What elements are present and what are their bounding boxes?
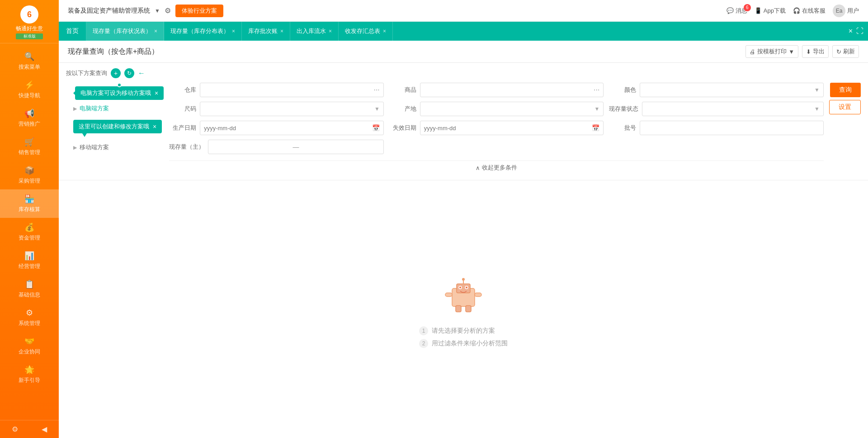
sidebar-item-basic[interactable]: 📋 基础信息 bbox=[0, 275, 59, 303]
filter-back-btn[interactable]: ← bbox=[138, 69, 145, 77]
empty-hint-2-text: 用过滤条件来缩小分析范围 bbox=[432, 339, 508, 348]
message-badge: 6 bbox=[744, 4, 751, 11]
set-button[interactable]: 设置 bbox=[829, 100, 861, 114]
pc-scheme-item[interactable]: ▶ 电脑端方案 bbox=[73, 104, 164, 113]
collapse-up-icon: ∧ bbox=[476, 165, 480, 171]
tab-inventory-dist[interactable]: 现存量（库存分布表） × bbox=[164, 22, 242, 41]
empty-icon bbox=[441, 270, 486, 316]
filter-add-btn[interactable]: + bbox=[111, 68, 121, 78]
system-icon: ⚙ bbox=[26, 308, 33, 318]
export-label: 导出 bbox=[813, 47, 825, 56]
color-label: 颜色 bbox=[609, 86, 636, 94]
filter-label: 按以下方案查询 bbox=[66, 69, 107, 77]
tab-recv-summary[interactable]: 收发存汇总表 × bbox=[339, 22, 393, 41]
export-btn[interactable]: ⬇ 导出 bbox=[802, 45, 829, 58]
prod-date-input[interactable] bbox=[204, 125, 370, 132]
tab-close-icon[interactable]: × bbox=[232, 28, 235, 34]
tab-close-all-btn[interactable]: × bbox=[849, 27, 853, 35]
header-settings-btn[interactable]: ⚙ bbox=[165, 6, 171, 15]
filter-expiry-date: 失效日期 📅 bbox=[389, 121, 604, 135]
sidebar-logo: 6 畅通好生意 标准版 bbox=[0, 0, 59, 43]
sidebar-item-sales[interactable]: 🛒 销售管理 bbox=[0, 132, 59, 161]
print-btn[interactable]: 🖨 按模板打印 ▼ bbox=[745, 45, 798, 58]
prod-date-label: 生产日期 bbox=[169, 124, 196, 132]
warehouse-dots-btn[interactable]: ··· bbox=[373, 86, 379, 94]
content-area: 现存量查询（按仓库+商品） 🖨 按模板打印 ▼ ⬇ 导出 ↻ 刷新 bbox=[59, 41, 868, 438]
sidebar-item-inventory[interactable]: 🏪 库存核算 bbox=[0, 189, 59, 218]
tab-close-icon[interactable]: × bbox=[383, 28, 386, 34]
filter-tooltip-2: 这里可以创建和修改方案哦 × bbox=[73, 120, 162, 133]
filter-header: 按以下方案查询 + ↻ ← bbox=[66, 68, 164, 78]
expiry-date-label: 失效日期 bbox=[389, 124, 416, 132]
sidebar-item-label: 新手引导 bbox=[19, 377, 40, 384]
tooltip2-close-btn[interactable]: × bbox=[153, 123, 156, 130]
avatar-text: Ea bbox=[836, 8, 843, 14]
system-name: 装备及固定资产辅助管理系统 bbox=[68, 7, 150, 15]
product-dots-btn[interactable]: ··· bbox=[594, 86, 599, 94]
logo-badge: 标准版 bbox=[16, 33, 43, 40]
main-qty-label: 现存量（主） bbox=[169, 143, 204, 151]
trial-button[interactable]: 体验行业方案 bbox=[175, 5, 223, 17]
mobile-scheme-item[interactable]: ▶ 移动端方案 bbox=[73, 143, 164, 151]
sidebar-item-guide[interactable]: 🌟 新手引导 bbox=[0, 360, 59, 389]
message-icon: 💬 bbox=[726, 7, 734, 14]
search-button[interactable]: 查询 bbox=[830, 83, 861, 97]
sidebar-item-label: 搜索菜单 bbox=[19, 63, 40, 71]
user-btn[interactable]: Ea 用户 bbox=[833, 5, 859, 17]
sidebar-collapse-btn[interactable]: ◀ bbox=[42, 425, 47, 433]
expiry-date-input[interactable] bbox=[424, 125, 590, 132]
sidebar-item-search[interactable]: 🔍 搜索菜单 bbox=[0, 47, 59, 75]
tab-close-icon[interactable]: × bbox=[154, 28, 157, 34]
filter-inventory-status: 现存量状态 ▼ bbox=[609, 102, 824, 116]
app-download-btn[interactable]: 📱 App下载 bbox=[755, 7, 786, 15]
sidebar-item-marketing[interactable]: 📢 营销推广 bbox=[0, 104, 59, 132]
tab-batch-account[interactable]: 库存批次账 × bbox=[242, 22, 290, 41]
tab-label: 库存批次账 bbox=[248, 27, 278, 35]
refresh-label: 刷新 bbox=[843, 47, 855, 56]
sidebar-item-label: 快捷导航 bbox=[19, 92, 40, 99]
sidebar-item-label: 系统管理 bbox=[19, 320, 40, 327]
filter-refresh-btn[interactable]: ↻ bbox=[124, 68, 134, 78]
message-btn[interactable]: 💬 消息 6 bbox=[726, 7, 747, 15]
search-buttons: 查询 设置 bbox=[829, 68, 861, 114]
collapse-more-btn[interactable]: ∧ 收起更多条件 bbox=[169, 160, 824, 174]
size-label: 尺码 bbox=[169, 105, 196, 113]
online-support-btn[interactable]: 🎧 在线客服 bbox=[793, 7, 826, 15]
batch-input[interactable] bbox=[640, 121, 824, 135]
refresh-btn[interactable]: ↻ 刷新 bbox=[832, 45, 859, 58]
tab-fullscreen-btn[interactable]: ⛶ bbox=[856, 27, 863, 35]
expiry-date-input-wrap: 📅 bbox=[420, 121, 604, 135]
sidebar-item-quick-nav[interactable]: ⚡ 快捷导航 bbox=[0, 75, 59, 104]
prod-date-calendar-icon[interactable]: 📅 bbox=[372, 124, 380, 132]
tab-close-icon[interactable]: × bbox=[280, 28, 283, 34]
operations-icon: 📊 bbox=[24, 251, 34, 261]
page-actions: 🖨 按模板打印 ▼ ⬇ 导出 ↻ 刷新 bbox=[745, 45, 859, 58]
svg-rect-10 bbox=[456, 306, 461, 312]
sidebar-item-operations[interactable]: 📊 经营管理 bbox=[0, 246, 59, 275]
logo-text: 畅通好生意 标准版 bbox=[16, 25, 43, 39]
tab-close-icon[interactable]: × bbox=[329, 28, 332, 34]
sidebar-settings-btn[interactable]: ⚙ bbox=[12, 425, 18, 433]
sidebar-item-finance[interactable]: 💰 资金管理 bbox=[0, 218, 59, 246]
sidebar-item-system[interactable]: ⚙ 系统管理 bbox=[0, 303, 59, 332]
page-header: 现存量查询（按仓库+商品） 🖨 按模板打印 ▼ ⬇ 导出 ↻ 刷新 bbox=[59, 41, 868, 63]
header-dropdown[interactable]: ▼ bbox=[155, 8, 160, 14]
tab-home-label: 首页 bbox=[66, 27, 79, 35]
filter-warehouse: 仓库 ··· bbox=[169, 83, 384, 97]
filter-size: 尺码 ▼ bbox=[169, 102, 384, 116]
inventory-icon: 🏪 bbox=[24, 194, 34, 204]
sidebar-item-enterprise[interactable]: 🤝 企业协同 bbox=[0, 332, 59, 360]
tab-in-out-flow[interactable]: 出入库流水 × bbox=[290, 22, 339, 41]
tab-home[interactable]: 首页 bbox=[59, 22, 86, 41]
sidebar-item-purchase[interactable]: 📦 采购管理 bbox=[0, 161, 59, 189]
empty-state: 1 请先选择要分析的方案 2 用过滤条件来缩小分析范围 bbox=[59, 180, 868, 438]
sidebar-nav: 🔍 搜索菜单 ⚡ 快捷导航 📢 营销推广 🛒 销售管理 📦 采购管理 🏪 库存核… bbox=[0, 43, 59, 420]
svg-rect-9 bbox=[475, 293, 481, 297]
tab-inventory-status[interactable]: 现存量（库存状况表） × bbox=[86, 22, 164, 41]
headset-icon: 🎧 bbox=[793, 7, 800, 14]
tooltip1-close-btn[interactable]: × bbox=[155, 89, 158, 97]
quick-nav-icon: ⚡ bbox=[24, 80, 34, 90]
batch-label: 批号 bbox=[609, 124, 636, 132]
expiry-date-calendar-icon[interactable]: 📅 bbox=[592, 124, 599, 132]
tooltip2-text: 这里可以创建和修改方案哦 bbox=[79, 122, 149, 131]
